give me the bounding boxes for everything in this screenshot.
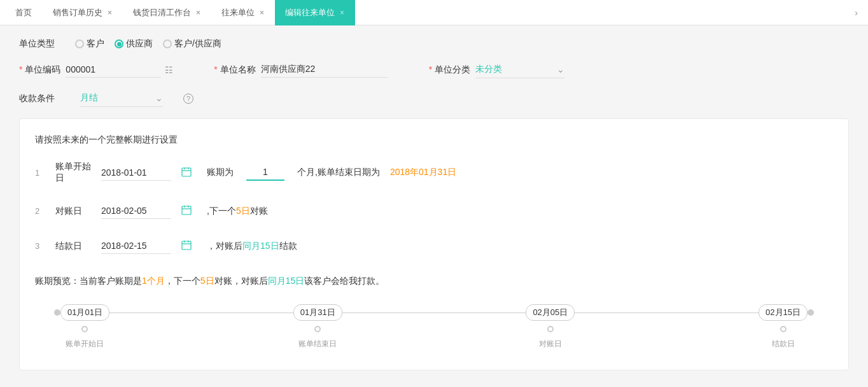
payment-terms-arrow-icon: ⌄ xyxy=(155,93,163,103)
timeline-label-1: 账单开始日 xyxy=(66,339,104,349)
setting-row-1: 1 账单开始日 账期为 个月,账单结束日期为 2018年01月31日 xyxy=(35,161,833,184)
step-label-1: 账单开始日 xyxy=(55,161,94,184)
svg-rect-8 xyxy=(182,241,191,250)
radio-customer-label: 客户 xyxy=(87,38,104,50)
settings-box: 请按照未来的一个完整帐期进行设置 1 账单开始日 账期为 个月,账单结束日期为 … xyxy=(19,118,849,370)
timeline-node-3: 02月05日 对账日 xyxy=(526,304,575,349)
timeline-node-4: 02月15日 结款日 xyxy=(759,304,808,349)
payment-highlight: 同月15日 xyxy=(242,241,279,251)
radio-customer[interactable]: 客户 xyxy=(75,38,104,50)
step-desc-1b: 个月,账单结束日期为 xyxy=(297,167,380,178)
timeline-container: 01月01日 账单开始日 01月31日 账单结束日 02月05日 对账日 xyxy=(35,304,833,349)
setting-row-2: 2 对账日 ,下一个5日对账 xyxy=(35,203,833,219)
payment-terms-label: 收款条件 xyxy=(19,93,55,104)
timeline-node-1: 01月01日 账单开始日 xyxy=(60,304,109,349)
unit-code-icon[interactable]: ☷ xyxy=(165,65,173,75)
unit-code-input[interactable] xyxy=(66,62,161,78)
reconcile-highlight: 5日 xyxy=(236,206,250,216)
unit-type-label: 单位类型 xyxy=(19,38,55,50)
step-label-2: 对账日 xyxy=(55,206,94,217)
tab-more-arrow[interactable]: › xyxy=(850,8,863,18)
svg-rect-4 xyxy=(182,206,191,215)
reconcile-date-input[interactable] xyxy=(101,203,171,219)
preview-period: 1个月 xyxy=(142,276,165,286)
preview-payment-day: 同月15日 xyxy=(268,276,305,286)
svg-rect-0 xyxy=(182,168,191,176)
timeline-dot-1 xyxy=(81,326,88,332)
tab-partner[interactable]: 往来单位 × xyxy=(211,0,275,25)
tab-close-partner[interactable]: × xyxy=(260,8,264,17)
period-end-date: 2018年01月31日 xyxy=(390,167,456,178)
timeline-line xyxy=(67,313,801,313)
settings-title: 请按照未来的一个完整帐期进行设置 xyxy=(35,134,833,146)
unit-code-group: 单位编码 ☷ xyxy=(19,62,173,78)
payment-terms-help-icon[interactable]: ? xyxy=(183,94,193,104)
timeline-label-3: 对账日 xyxy=(539,339,562,349)
tab-cash-work[interactable]: 钱货日清工作台 × xyxy=(123,0,211,25)
radio-customer-supplier-label: 客户/供应商 xyxy=(174,38,221,50)
unit-category-select[interactable]: 未分类 ⌄ xyxy=(475,61,564,78)
step-num-3: 3 xyxy=(35,241,48,251)
timeline-bubble-1: 01月01日 xyxy=(60,304,109,321)
start-date-cal-icon[interactable] xyxy=(181,167,192,179)
reconcile-date-cal-icon[interactable] xyxy=(181,205,192,217)
payment-terms-row: 收款条件 月结 ⌄ ? xyxy=(19,90,849,107)
unit-name-group: 单位名称 xyxy=(214,62,388,78)
payment-terms-select[interactable]: 月结 ⌄ xyxy=(80,90,163,107)
start-date-input[interactable] xyxy=(101,165,171,181)
radio-customer-supplier-circle xyxy=(163,39,172,48)
timeline-dot-3 xyxy=(547,326,554,332)
unit-name-label: 单位名称 xyxy=(214,64,255,76)
step-num-2: 2 xyxy=(35,206,48,216)
step-desc-2: ,下一个5日对账 xyxy=(207,206,268,217)
unit-category-group: 单位分类 未分类 ⌄ xyxy=(429,61,564,78)
timeline-label-2: 账单结束日 xyxy=(298,339,337,349)
payment-terms-value: 月结 xyxy=(80,92,151,104)
preview-reconcile-day: 5日 xyxy=(200,276,214,286)
period-input[interactable] xyxy=(246,164,284,181)
timeline-dot-4 xyxy=(780,326,787,332)
unit-category-arrow-icon: ⌄ xyxy=(557,64,564,74)
tab-close-edit-partner[interactable]: × xyxy=(340,8,344,17)
timeline-bubble-2: 01月31日 xyxy=(293,304,342,321)
tab-close-sales-order-history[interactable]: × xyxy=(108,8,112,17)
step-desc-3: ，对账后同月15日结款 xyxy=(207,241,297,252)
unit-category-value: 未分类 xyxy=(475,64,553,75)
tabs-bar: 首页 销售订单历史 × 钱货日清工作台 × 往来单位 × 编辑往来单位 × › xyxy=(0,0,868,25)
unit-name-input[interactable] xyxy=(261,62,388,78)
setting-row-3: 3 结款日 ，对账后同月15日结款 xyxy=(35,238,833,254)
tab-sales-order-history[interactable]: 销售订单历史 × xyxy=(43,0,123,25)
tab-close-cash-work[interactable]: × xyxy=(196,8,200,17)
payment-date-cal-icon[interactable] xyxy=(181,240,192,252)
timeline-bubble-3: 02月05日 xyxy=(526,304,575,321)
preview-text: 账期预览：当前客户账期是1个月，下一个5日对账，对账后同月15日该客户会给我打款… xyxy=(35,273,833,289)
radio-supplier-label: 供应商 xyxy=(126,38,153,50)
timeline-bubble-4: 02月15日 xyxy=(759,304,808,321)
radio-supplier[interactable]: 供应商 xyxy=(115,38,153,50)
unit-code-label: 单位编码 xyxy=(19,64,60,76)
step-desc-1a: 账期为 xyxy=(207,167,234,178)
step-label-3: 结款日 xyxy=(55,241,94,252)
step-num-1: 1 xyxy=(35,168,48,178)
unit-type-row: 单位类型 客户 供应商 客户/供应商 xyxy=(19,38,849,50)
main-content: 单位类型 客户 供应商 客户/供应商 单位编码 ☷ 单位名称 xyxy=(0,25,868,387)
radio-customer-supplier[interactable]: 客户/供应商 xyxy=(163,38,221,50)
tab-edit-partner[interactable]: 编辑往来单位 × xyxy=(275,0,355,25)
timeline-node-2: 01月31日 账单结束日 xyxy=(293,304,342,349)
unit-type-radio-group: 客户 供应商 客户/供应商 xyxy=(75,38,221,50)
radio-customer-circle xyxy=(75,39,84,48)
tab-home[interactable]: 首页 xyxy=(5,0,43,25)
unit-info-row: 单位编码 ☷ 单位名称 单位分类 未分类 ⌄ xyxy=(19,61,849,78)
radio-supplier-circle xyxy=(115,39,123,48)
payment-date-input[interactable] xyxy=(101,238,171,254)
timeline-label-4: 结款日 xyxy=(772,339,795,349)
unit-category-label: 单位分类 xyxy=(429,64,470,76)
timeline-dot-2 xyxy=(314,326,321,332)
